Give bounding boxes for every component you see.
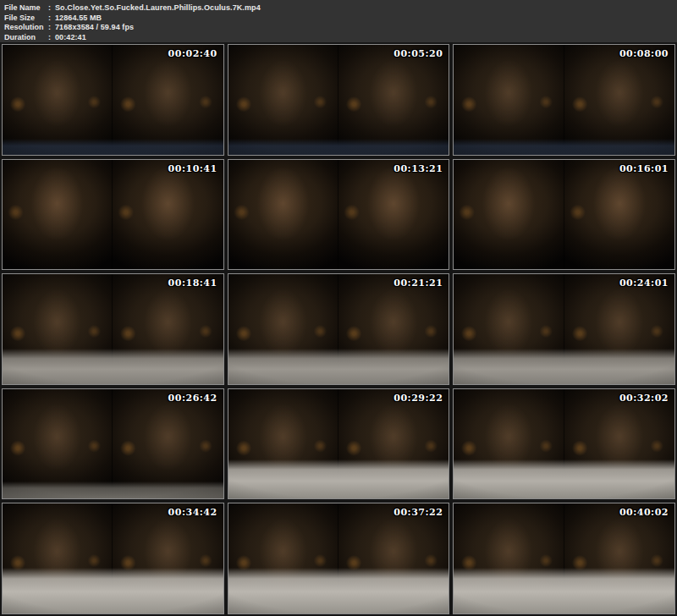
meta-value-resolution: 7168x3584 / 59.94 fps xyxy=(55,23,134,31)
meta-row-filesize: File Size:12864.55 MB xyxy=(4,14,672,24)
thumbnail-cell: 00:29:22 xyxy=(228,388,450,500)
timestamp-overlay: 00:24:01 xyxy=(619,278,669,289)
thumbnail-cell: 00:10:41 xyxy=(2,159,224,271)
meta-separator: : xyxy=(48,3,55,14)
stereo-left-half xyxy=(228,45,338,155)
file-metadata-header: File Name:So.Close.Yet.So.Fucked.Lauren.… xyxy=(0,0,677,42)
stereo-left-half xyxy=(454,160,564,270)
meta-value-filesize: 12864.55 MB xyxy=(55,14,102,22)
meta-label: File Name xyxy=(4,3,48,14)
thumbnail-cell: 00:02:40 xyxy=(2,44,224,156)
thumbnail-cell: 00:05:20 xyxy=(228,44,450,156)
stereo-right-half xyxy=(113,45,223,155)
stereo-right-half xyxy=(113,160,223,270)
thumbnail-lower-band xyxy=(228,139,449,154)
timestamp-overlay: 00:18:41 xyxy=(168,278,217,289)
thumbnail-cell: 00:18:41 xyxy=(2,273,224,385)
stereo-right-half xyxy=(338,160,449,270)
timestamp-overlay: 00:05:20 xyxy=(394,48,443,59)
timestamp-overlay: 00:34:42 xyxy=(168,507,217,518)
meta-separator: : xyxy=(48,14,55,24)
meta-row-duration: Duration:00:42:41 xyxy=(4,33,672,43)
timestamp-overlay: 00:10:41 xyxy=(168,163,217,174)
thumbnail-lower-band xyxy=(3,349,223,383)
thumbnail-lower-band xyxy=(228,459,449,499)
stereo-left-half xyxy=(228,160,338,270)
meta-row-filename: File Name:So.Close.Yet.So.Fucked.Lauren.… xyxy=(4,3,672,14)
meta-label: File Size xyxy=(4,14,48,24)
meta-value-filename: So.Close.Yet.So.Fucked.Lauren.Phillips.O… xyxy=(55,3,261,12)
stereo-left-half xyxy=(3,45,113,155)
thumbnail-lower-band xyxy=(228,568,449,613)
thumbnail-cell: 00:24:01 xyxy=(453,273,675,385)
stereo-right-half xyxy=(338,45,449,155)
timestamp-overlay: 00:21:21 xyxy=(394,278,443,289)
timestamp-overlay: 00:02:40 xyxy=(168,48,217,59)
meta-row-resolution: Resolution:7168x3584 / 59.94 fps xyxy=(4,23,672,33)
stereo-right-half xyxy=(564,160,674,270)
thumbnail-cell: 00:21:21 xyxy=(228,273,450,385)
timestamp-overlay: 00:08:00 xyxy=(619,48,669,59)
timestamp-overlay: 00:29:22 xyxy=(394,393,443,404)
thumbnail-lower-band xyxy=(228,349,449,383)
thumbnail-cell: 00:40:02 xyxy=(453,503,675,614)
thumbnail-cell: 00:32:02 xyxy=(453,388,675,500)
thumbnail-cell: 00:16:01 xyxy=(453,159,675,271)
thumbnail-cell: 00:37:22 xyxy=(228,503,450,614)
timestamp-overlay: 00:13:21 xyxy=(394,163,443,174)
thumbnail-lower-band xyxy=(3,139,223,154)
thumbnail-cell: 00:13:21 xyxy=(228,159,450,271)
timestamp-overlay: 00:40:02 xyxy=(619,507,669,518)
thumbnail-lower-band xyxy=(454,459,674,499)
timestamp-overlay: 00:32:02 xyxy=(619,393,669,404)
meta-separator: : xyxy=(48,23,55,33)
thumbnail-cell: 00:08:00 xyxy=(453,44,675,156)
meta-value-duration: 00:42:41 xyxy=(55,33,86,41)
meta-label: Resolution xyxy=(4,23,48,33)
thumbnail-cell: 00:34:42 xyxy=(2,503,224,614)
thumbnail-cell: 00:26:42 xyxy=(2,388,224,500)
thumbnail-lower-band xyxy=(454,139,674,154)
stereo-right-half xyxy=(564,45,674,155)
meta-separator: : xyxy=(48,33,55,43)
stereo-left-half xyxy=(3,160,113,270)
timestamp-overlay: 00:26:42 xyxy=(168,393,217,404)
meta-label: Duration xyxy=(4,33,48,43)
timestamp-overlay: 00:37:22 xyxy=(394,507,443,518)
thumbnail-lower-band xyxy=(3,568,223,613)
thumbnail-grid: 00:02:40 00:05:20 00:08:00 00:10:41 00:1… xyxy=(0,42,677,616)
timestamp-overlay: 00:16:01 xyxy=(619,163,669,174)
thumbnail-lower-band xyxy=(454,349,674,383)
thumbnail-lower-band xyxy=(3,481,223,499)
stereo-left-half xyxy=(454,45,564,155)
thumbnail-lower-band xyxy=(454,568,674,613)
